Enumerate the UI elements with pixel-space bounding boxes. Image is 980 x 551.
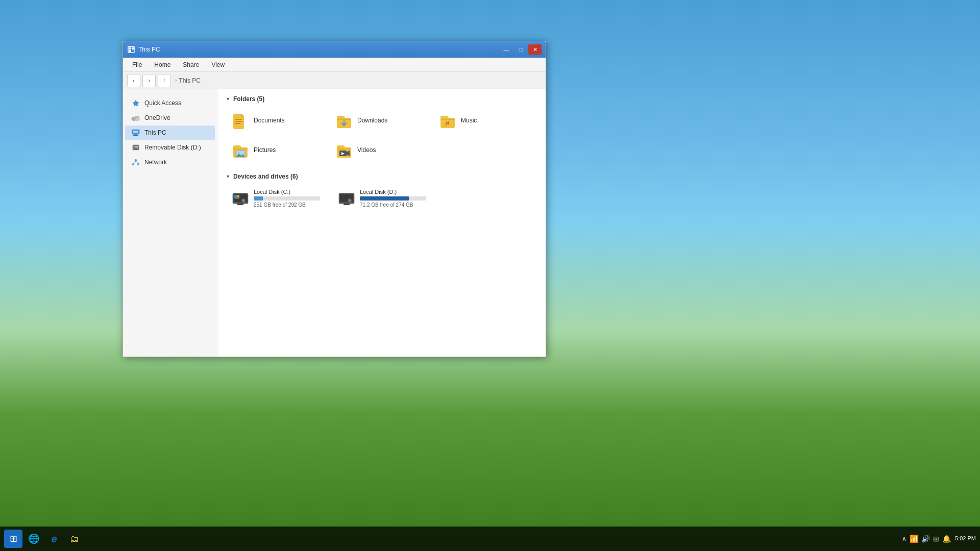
svg-rect-12 [134, 146, 136, 147]
svg-rect-33 [235, 195, 237, 197]
taskbar-ie-icon[interactable]: e [45, 530, 63, 548]
downloads-icon [335, 111, 353, 130]
svg-rect-20 [235, 121, 242, 122]
folders-grid: Documents Downloads [226, 108, 537, 163]
drive-c[interactable]: Local Disk (C:) 251 GB free of 292 GB [226, 185, 328, 211]
title-bar-left: This PC [127, 45, 160, 54]
taskbar-show-hidden[interactable]: ∧ [902, 535, 906, 542]
window-content: Quick Access OneDrive [123, 89, 546, 357]
window-controls: — □ ✕ [500, 44, 542, 55]
taskbar-explorer-icon[interactable]: 🗂 [65, 530, 84, 548]
svg-rect-3 [129, 50, 131, 52]
svg-point-16 [137, 163, 139, 165]
main-area: ▼ Folders (5) [217, 89, 546, 357]
breadcrumb-arrow: › [175, 78, 177, 83]
sidebar-item-onedrive[interactable]: OneDrive [125, 111, 215, 125]
drives-arrow: ▼ [226, 174, 230, 179]
folder-videos[interactable]: Videos [329, 137, 429, 163]
start-button[interactable]: ⊞ [4, 530, 22, 548]
music-icon [438, 111, 457, 130]
minimize-button[interactable]: — [500, 44, 513, 55]
svg-rect-32 [233, 202, 248, 204]
folder-music[interactable]: Music [433, 108, 532, 133]
folder-documents[interactable]: Documents [226, 108, 325, 133]
folders-section-header[interactable]: ▼ Folders (5) [226, 95, 537, 103]
svg-rect-31 [237, 204, 243, 205]
taskbar-sys-icons: ∧ 📶 🔊 ⊞ 🔔 [902, 535, 951, 543]
svg-rect-36 [237, 197, 239, 199]
maximize-button[interactable]: □ [514, 44, 527, 55]
up-button[interactable]: ↑ [158, 74, 171, 87]
drive-d-icon [337, 189, 356, 208]
removable-disk-icon [131, 143, 140, 152]
drives-section-header[interactable]: ▼ Devices and drives (6) [226, 173, 537, 180]
sidebar-label-this-pc: This PC [144, 129, 166, 136]
svg-rect-35 [235, 197, 237, 199]
close-button[interactable]: ✕ [528, 44, 542, 55]
folder-downloads-label: Downloads [357, 117, 387, 124]
window-icon [127, 45, 135, 54]
taskbar-wifi-icon: 📶 [910, 535, 918, 543]
drive-d-free: 71.2 GB free of 274 GB [360, 202, 426, 208]
svg-line-17 [133, 161, 136, 163]
drive-c-free: 251 GB free of 292 GB [254, 202, 320, 208]
onedrive-icon [131, 113, 140, 122]
menu-bar: File Home Share View [123, 58, 546, 72]
menu-file[interactable]: File [127, 60, 147, 69]
network-icon [131, 158, 140, 167]
title-bar: This PC — □ ✕ [123, 41, 546, 58]
drive-d[interactable]: Local Disk (D:) 71.2 GB free of 274 GB [332, 185, 434, 211]
folder-pictures[interactable]: Pictures [226, 137, 325, 163]
taskbar-edge-icon[interactable]: 🌐 [24, 530, 43, 548]
folder-documents-label: Documents [254, 117, 285, 124]
taskbar-notification-icon[interactable]: 🔔 [942, 535, 951, 543]
svg-rect-34 [237, 195, 239, 197]
nav-bar: ‹ › ↑ › This PC [123, 72, 546, 89]
drive-c-bar-container [254, 196, 320, 201]
taskbar-time[interactable]: 5:02 PM [955, 535, 976, 542]
videos-icon [335, 141, 353, 159]
svg-rect-8 [133, 131, 138, 133]
folder-music-label: Music [461, 117, 477, 124]
taskbar-left: ⊞ 🌐 e 🗂 [4, 530, 84, 548]
breadcrumb-thispc[interactable]: This PC [179, 77, 201, 84]
folder-downloads[interactable]: Downloads [329, 108, 429, 133]
window-title: This PC [138, 46, 160, 53]
menu-home[interactable]: Home [149, 60, 176, 69]
menu-share[interactable]: Share [178, 60, 204, 69]
svg-point-40 [349, 199, 351, 202]
svg-rect-9 [134, 134, 137, 135]
drive-c-bar [254, 196, 263, 201]
svg-rect-19 [235, 119, 242, 120]
taskbar-volume-icon[interactable]: 🔊 [921, 535, 930, 543]
drives-section-label: Devices and drives (6) [233, 173, 298, 180]
svg-point-6 [136, 118, 140, 121]
svg-rect-42 [339, 202, 354, 204]
drive-c-info: Local Disk (C:) 251 GB free of 292 GB [254, 189, 320, 208]
this-pc-icon [131, 128, 140, 137]
menu-view[interactable]: View [206, 60, 230, 69]
sidebar: Quick Access OneDrive [123, 89, 217, 357]
sidebar-item-removable-disk[interactable]: Removable Disk (D:) [125, 140, 215, 155]
taskbar: ⊞ 🌐 e 🗂 ∧ 📶 🔊 ⊞ 🔔 5:02 PM [0, 527, 980, 551]
drive-d-bar-container [360, 196, 426, 201]
svg-point-30 [242, 199, 244, 202]
sidebar-label-onedrive: OneDrive [144, 114, 170, 121]
svg-point-14 [135, 159, 137, 161]
sidebar-item-this-pc[interactable]: This PC [125, 126, 215, 140]
drive-d-bar [360, 196, 409, 201]
sidebar-label-network: Network [144, 159, 167, 166]
drive-c-name: Local Disk (C:) [254, 189, 320, 195]
taskbar-apps-icon[interactable]: ⊞ [933, 535, 939, 543]
back-button[interactable]: ‹ [127, 74, 140, 87]
file-explorer-window: This PC — □ ✕ File Home Share View ‹ › ↑… [122, 41, 546, 357]
sidebar-item-quick-access[interactable]: Quick Access [125, 96, 215, 110]
breadcrumb: › This PC [175, 77, 201, 84]
sidebar-label-quick-access: Quick Access [144, 99, 181, 107]
svg-rect-41 [344, 204, 350, 205]
svg-point-13 [136, 146, 138, 148]
sidebar-item-network[interactable]: Network [125, 155, 215, 169]
drive-d-name: Local Disk (D:) [360, 189, 426, 195]
forward-button[interactable]: › [142, 74, 156, 87]
svg-rect-2 [132, 47, 134, 49]
